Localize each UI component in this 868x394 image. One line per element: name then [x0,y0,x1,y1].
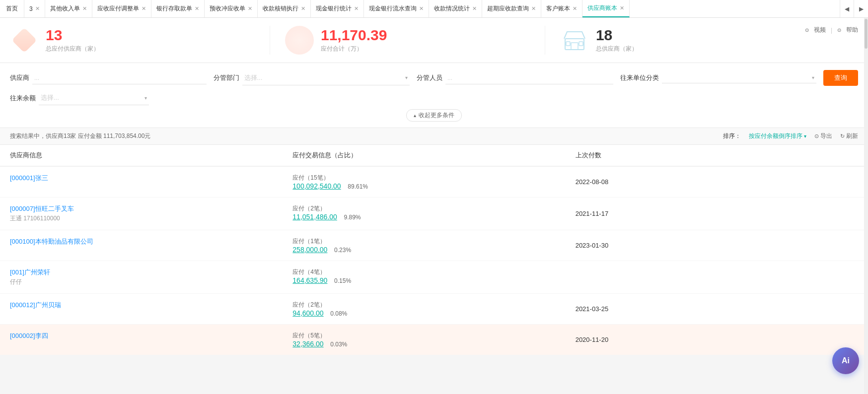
chevron-down-icon: ▾ [405,75,408,80]
supplier-link[interactable]: [000012] [10,301,35,309]
supplier-name-link[interactable]: 李四 [35,332,48,339]
filter-area: 供应商 ... 分管部门 选择... ▾ 分管人员 ... 往来单位分类 ▾ [0,63,868,128]
close-icon[interactable]: ✕ [248,5,252,12]
tx-amount[interactable]: 11,051,486.00 [292,213,337,221]
total-suppliers-label: 总供应商（家） [596,45,638,53]
close-icon[interactable]: ✕ [301,5,305,12]
last-pay-date: 2021-11-17 [576,204,858,223]
table-row[interactable]: [001]广州荣轩 仔仔 应付（4笔） 164,635.90 0.15% [0,261,868,294]
nav-prev-arrow[interactable]: ◀ [840,0,854,18]
close-icon[interactable]: ✕ [195,5,199,12]
supplier-info: [000007]恒旺二手叉车 王通 17106110000 [10,204,292,223]
refresh-label: 刷新 [846,132,858,140]
close-icon[interactable]: ✕ [531,5,536,12]
chevron-right-icon: ▶ [859,5,864,12]
nav-tab-prepay[interactable]: 预收冲应收单 ✕ [205,0,258,17]
close-icon[interactable]: ✕ [82,5,87,12]
table-row[interactable]: [000012]广州贝瑞 应付（2笔） 94,600.00 0.08% 2021… [0,294,868,325]
collapse-filter-button[interactable]: ▴ 收起更多条件 [406,109,462,122]
close-icon[interactable]: ✕ [142,5,146,12]
nav-tab-3[interactable]: 3 ✕ [24,0,45,17]
tx-amount[interactable]: 258,000.00 [292,246,327,254]
table-row[interactable]: [000100]本特勤油品有限公司 应付（1笔） 258,000.00 0.23… [0,230,868,261]
close-icon[interactable]: ✕ [620,5,624,11]
balance-placeholder: 选择... [41,93,59,102]
summary-bar: 13 总应付供应商（家） 11,170.39 应付合计（万） 18 总供应商（家… [0,18,868,63]
refresh-button[interactable]: ↻ 刷新 [840,132,858,140]
close-icon[interactable]: ✕ [354,5,359,12]
table-row-highlighted[interactable]: [000002]李四 应付（5笔） 32,366.00 0.03% 2020-1… [0,325,868,355]
sort-label: 排序： [723,132,741,140]
nav-tab-bank-deposit[interactable]: 银行存取款单 ✕ [151,0,205,17]
supplier-name-link[interactable]: 广州荣轩 [24,268,50,276]
export-button[interactable]: ⊙ 导出 [814,132,832,140]
help-link[interactable]: 帮助 [846,26,858,34]
nav-tab-collection-stat[interactable]: 收款情况统计 ✕ [429,0,482,17]
nav-tab-other-income[interactable]: 其他收入单 ✕ [45,0,92,17]
dept-label: 分管部门 [214,73,239,82]
close-icon[interactable]: ✕ [472,5,477,12]
table-row[interactable]: [000007]恒旺二手叉车 王通 17106110000 应付（2笔） 11,… [0,197,868,230]
tx-amount[interactable]: 100,092,540.00 [292,182,341,190]
category-select[interactable]: ▾ [662,72,817,83]
person-placeholder: ... [447,74,452,81]
transaction-info: 应付（2笔） 11,051,486.00 9.89% [292,204,575,223]
tx-label: 应付（2笔） [292,204,575,213]
tx-percent: 0.03% [330,341,347,348]
svg-rect-3 [579,42,583,46]
nav-tab-adjust[interactable]: 应收应付调整单 ✕ [92,0,151,17]
tx-label: 应付（1笔） [292,237,575,246]
supplier-name-link[interactable]: 本特勤油品有限公司 [35,238,93,245]
nav-tab-overdue[interactable]: 超期应收款查询 ✕ [482,0,541,17]
svg-rect-1 [571,43,578,50]
dept-select[interactable]: 选择... ▾ [242,71,410,85]
close-icon[interactable]: ✕ [419,5,424,12]
nav-tab-cash-flow[interactable]: 现金银行流水查询 ✕ [364,0,429,17]
payable-suppliers-number: 13 [46,28,99,43]
supplier-name-link[interactable]: 张三 [35,174,48,182]
supplier-name-link[interactable]: 广州贝瑞 [35,301,61,309]
export-icon: ⊙ [814,133,819,139]
svg-rect-2 [566,42,570,46]
supplier-link[interactable]: [000002] [10,332,35,339]
tx-amount[interactable]: 94,600.00 [292,309,323,317]
tx-percent: 0.23% [334,247,351,254]
scrollbar[interactable] [864,18,868,355]
supplier-link[interactable]: [000007] [10,205,35,212]
nav-tab-supplier-ledger[interactable]: 供应商账本 ✕ [582,0,630,17]
last-pay-date: 2022-08-08 [576,174,858,190]
close-icon[interactable]: ✕ [573,5,577,12]
nav-tab-home[interactable]: 首页 [0,0,24,17]
nav-tab-collection-verify[interactable]: 收款核销执行 ✕ [258,0,311,17]
chevron-down-icon-4: ▾ [804,133,806,139]
supplier-link[interactable]: [000001] [10,174,35,182]
table-row[interactable]: [000001]张三 应付（15笔） 100,092,540.00 89.61%… [0,167,868,197]
circle-icon-2: ⊙ [837,27,841,33]
person-input[interactable]: ... [445,72,613,84]
tx-amount[interactable]: 164,635.90 [292,276,327,284]
supplier-name-link[interactable]: 恒旺二手叉车 [35,205,74,212]
separator: | [831,27,832,34]
close-icon[interactable]: ✕ [35,5,40,12]
person-label: 分管人员 [417,73,442,82]
supplier-link[interactable]: [000100] [10,238,35,245]
balance-select[interactable]: 选择... ▾ [39,91,149,105]
supplier-sub-info: 仔仔 [10,278,292,286]
col-header-last-pay: 上次付数 [576,151,858,160]
sort-select[interactable]: 按应付余额倒序排序 ▾ [749,132,806,140]
last-pay-date: 2021-03-25 [576,301,858,317]
search-button[interactable]: 查询 [823,70,858,86]
supplier-link[interactable]: [001] [10,268,24,276]
transaction-info: 应付（1笔） 258,000.00 0.23% [292,237,575,254]
chevron-left-icon: ◀ [845,5,849,12]
chevron-down-icon-3: ▾ [145,95,147,101]
nav-tab-customer-ledger[interactable]: 客户账本 ✕ [541,0,582,17]
nav-next-arrow[interactable]: ▶ [854,0,868,18]
supplier-input[interactable]: ... [32,72,207,84]
nav-tab-cash-bank-stat[interactable]: 现金银行统计 ✕ [311,0,364,17]
tx-amount[interactable]: 32,366.00 [292,340,323,348]
scrollbar-thumb[interactable] [865,19,868,49]
tx-percent: 0.08% [330,310,347,317]
transaction-info: 应付（5笔） 32,366.00 0.03% [292,331,575,348]
video-link[interactable]: 视频 [814,26,826,34]
